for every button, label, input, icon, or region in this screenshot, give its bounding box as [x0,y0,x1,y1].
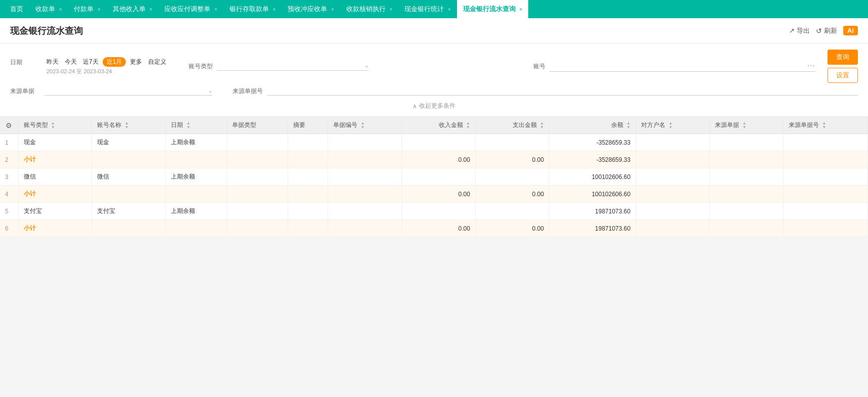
sort-icon[interactable]: ▲▼ [466,121,470,129]
row-number: 6 [0,220,18,237]
sort-icon[interactable]: ▲▼ [822,121,826,129]
nav-item-payment[interactable]: 付款单 × [68,0,106,18]
close-icon[interactable]: × [59,7,62,12]
query-button[interactable]: 查询 [828,50,858,65]
chevron-down-icon[interactable]: ⌄ [364,63,369,68]
cell-income: 0.00 [401,220,475,237]
cell-counterparty [636,220,710,237]
col-header-source-doc: 来源单据 ▲▼ [710,117,784,134]
nav-item-adjustment[interactable]: 应收应付调整单 × [158,0,223,18]
top-nav: 首页 收款单 × 付款单 × 其他收入单 × 应收应付调整单 × 银行存取款单 … [0,0,868,18]
cell-account-type: 微信 [18,168,92,186]
sort-icon[interactable]: ▲▼ [742,121,746,129]
cell-counterparty [636,186,710,203]
export-icon: ↗ [789,27,795,34]
refresh-icon: ↺ [816,27,822,35]
settings-button[interactable]: 设置 [828,68,858,83]
ai-badge[interactable]: Ai [843,26,858,35]
cell-doc-type [227,186,288,203]
close-icon[interactable]: × [150,7,153,12]
account-type-select-wrapper: ⌄ [217,62,369,71]
cell-account-type: 支付宝 [18,203,92,220]
nav-label-writeoff: 收款核销执行 [346,5,386,13]
account-input[interactable] [550,62,807,69]
account-type-input[interactable] [217,62,364,69]
cell-account-name: 微信 [92,168,166,186]
date-btn-1month[interactable]: 近1月 [103,57,126,67]
collapse-bar[interactable]: ∧ 收起更多条件 [10,100,858,112]
source-doc-num-input[interactable] [267,87,858,94]
gear-icon[interactable]: ⚙ [6,121,12,129]
cell-source-doc-num [783,220,867,237]
collapse-icon: ∧ [413,103,417,110]
sort-icon[interactable]: ▲▼ [668,121,672,129]
cell-balance: 19871073.60 [549,220,635,237]
page-title: 现金银行流水查询 [10,25,83,37]
main-table: ⚙ 账号类型 ▲▼ 账号名称 ▲▼ 日期 ▲▼ 单据类型 摘 [0,117,868,237]
col-header-counterparty: 对方户名 ▲▼ [636,117,710,134]
sort-icon[interactable]: ▲▼ [626,121,630,129]
row-number: 2 [0,151,18,168]
nav-item-bank-deposit[interactable]: 银行存取款单 × [223,0,282,18]
cell-doc-num [328,151,402,168]
cell-source-doc [710,203,784,220]
collapse-label: 收起更多条件 [419,102,455,110]
cell-summary [288,134,328,151]
nav-item-flow[interactable]: 现金银行流水查询 × [457,0,528,18]
nav-item-advance[interactable]: 预收冲应收单 × [282,0,340,18]
cell-doc-num [328,186,402,203]
close-icon[interactable]: × [98,7,101,12]
close-icon[interactable]: × [214,7,217,12]
cell-income: 0.00 [401,151,475,168]
date-label: 日期 [10,57,40,67]
cell-expense: 0.00 [475,151,549,168]
cell-source-doc-num [783,134,867,151]
close-icon[interactable]: × [448,7,451,12]
cell-doc-num [328,203,402,220]
cell-source-doc-num [783,186,867,203]
source-doc-input[interactable] [44,87,208,94]
date-btn-7days[interactable]: 近7天 [81,57,101,67]
date-btn-more[interactable]: 更多 [128,57,144,67]
nav-label-bank-deposit: 银行存取款单 [230,5,269,13]
cell-balance: -3528659.33 [549,151,635,168]
sort-icon[interactable]: ▲▼ [187,121,191,129]
cell-account-type: 小计 [18,220,92,237]
source-doc-select-wrapper: ⌄ [44,87,212,96]
close-icon[interactable]: × [331,7,334,12]
settings-column-header: ⚙ [0,117,18,134]
cell-account-type: 小计 [18,186,92,203]
cell-balance: 100102606.60 [549,168,635,186]
cell-source-doc-num [783,168,867,186]
date-range: 2023-02-24 至 2023-03-24 [47,68,168,75]
date-btn-custom[interactable]: 自定义 [146,57,168,67]
dots-icon[interactable]: ··· [807,61,815,70]
row-number: 3 [0,168,18,186]
close-icon[interactable]: × [519,7,522,12]
col-header-balance: 余额 ▲▼ [549,117,635,134]
nav-item-writeoff[interactable]: 收款核销执行 × [340,0,398,18]
export-button[interactable]: ↗ 导出 [789,26,810,35]
nav-label-stats: 现金银行统计 [404,5,444,13]
nav-item-receipt[interactable]: 收款单 × [29,0,68,18]
close-icon[interactable]: × [273,7,276,12]
date-btn-today[interactable]: 今天 [63,57,79,67]
col-header-source-doc-num: 来源单据号 ▲▼ [783,117,867,134]
nav-item-other-income[interactable]: 其他收入单 × [107,0,158,18]
filter-area: 日期 昨天 今天 近7天 近1月 更多 自定义 2023-02-24 至 202… [0,43,868,117]
sort-icon[interactable]: ▲▼ [360,121,364,129]
refresh-button[interactable]: ↺ 刷新 [816,26,837,35]
chevron-down-icon[interactable]: ⌄ [208,88,212,94]
nav-item-home[interactable]: 首页 [4,0,29,18]
cell-date: 上期余额 [166,134,227,151]
nav-item-stats[interactable]: 现金银行统计 × [398,0,456,18]
col-header-summary: 摘要 [288,117,328,134]
sort-icon[interactable]: ▲▼ [540,121,544,129]
sort-icon[interactable]: ▲▼ [125,121,129,129]
header-actions: ↗ 导出 ↺ 刷新 Ai [789,26,858,35]
cell-doc-type [227,134,288,151]
close-icon[interactable]: × [389,7,392,12]
cell-counterparty [636,203,710,220]
sort-icon[interactable]: ▲▼ [51,121,55,129]
date-btn-yesterday[interactable]: 昨天 [44,57,61,67]
